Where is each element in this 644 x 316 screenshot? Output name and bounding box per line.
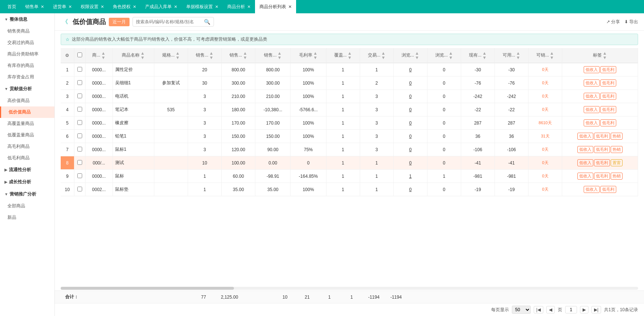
row-browse1[interactable]: 0 (393, 156, 427, 170)
search-input[interactable] (136, 19, 202, 24)
share-btn[interactable]: ↗ 分享 (606, 19, 620, 25)
nav-item-inventory[interactable]: 产成品入库单 ✕ (141, 0, 182, 13)
row-browse1[interactable]: 0 (393, 63, 427, 77)
row-sales-qty: 20 (188, 63, 221, 77)
row-browse1[interactable]: 0 (393, 103, 427, 116)
sidebar-item-low-value[interactable]: 低价值商品 (0, 106, 54, 118)
prev-page-btn[interactable]: ◀ (546, 306, 555, 313)
sidebar-item-new-goods[interactable]: 新品 (0, 212, 54, 223)
nav-close-analysis-list[interactable]: ✕ (288, 4, 292, 9)
sidebar-item-low-coverage[interactable]: 低覆盖量商品 (0, 129, 54, 141)
nav-item-analysis[interactable]: 商品分析 ✕ (223, 0, 255, 13)
nav-close-analysis[interactable]: ✕ (247, 4, 251, 9)
col-sales-unit[interactable]: 销售...▲▼ (255, 48, 291, 63)
nav-close-template[interactable]: ✕ (215, 4, 218, 9)
col-available[interactable]: 可用...▲▼ (494, 48, 528, 63)
nav-item-template[interactable]: 单据模板设置 ✕ (182, 0, 223, 13)
nav-item-purchase[interactable]: 进货单 ✕ (48, 0, 76, 13)
search-icon[interactable]: 🔍 (204, 19, 210, 25)
row-checkbox[interactable] (77, 160, 82, 165)
row-browse1[interactable]: 0 (393, 143, 427, 156)
row-checkbox-cell (74, 170, 85, 183)
row-browse1[interactable]: 0 (393, 183, 427, 196)
table-row: 40000...笔记本5353180.00-10,380...-5766.6..… (61, 103, 638, 116)
row-checkbox[interactable] (77, 133, 82, 138)
nav-item-analysis-list[interactable]: 商品分析列表 ✕ (255, 0, 296, 13)
sidebar-item-stock-goods[interactable]: 有库存的商品 (0, 60, 54, 71)
data-table: ⚙ 商...▲▼ 商品名称▲▼ 规格...▲▼ 销售...▲▼ 销售...▲▼ … (61, 48, 638, 196)
sidebar-item-stock-capital[interactable]: 库存资金占用 (0, 71, 54, 83)
row-checkbox[interactable] (77, 67, 82, 72)
sidebar-group-marketing[interactable]: ▼ 营销推广分析 (0, 188, 54, 200)
nav-close-sales[interactable]: ✕ (41, 4, 44, 9)
col-gross-rate[interactable]: 毛利率▲▼ (291, 48, 326, 63)
row-checkbox[interactable] (77, 147, 82, 152)
row-gross-rate: 100% (291, 90, 326, 103)
row-cover: 1 (326, 77, 360, 90)
scrollbar-thumb[interactable] (61, 287, 234, 290)
nav-item-sales[interactable]: 销售单 ✕ (21, 0, 48, 13)
nav-close-inventory[interactable]: ✕ (174, 4, 177, 9)
sidebar-item-all-goods[interactable]: 全部商品 (0, 200, 54, 212)
sidebar-item-traded-goods[interactable]: 交易过的商品 (0, 37, 54, 48)
nav-close-permissions[interactable]: ✕ (101, 4, 104, 9)
sidebar-group-overall[interactable]: ▼ 整体信息 (0, 13, 54, 26)
sidebar-group-liquidity[interactable]: ▶ 流通性分析 (0, 164, 54, 176)
select-all-checkbox[interactable] (77, 52, 82, 57)
sidebar-item-high-coverage[interactable]: 高覆盖量商品 (0, 118, 54, 129)
sidebar-item-category-rate[interactable]: 商品分类助销率 (0, 48, 54, 60)
next-page-btn[interactable]: ▶ (580, 306, 588, 313)
sidebar-group-growth[interactable]: ▶ 成长性分析 (0, 176, 54, 188)
nav-close-purchase[interactable]: ✕ (68, 4, 72, 9)
col-current[interactable]: 现有...▲▼ (461, 48, 494, 63)
row-spec (154, 183, 188, 196)
sidebar-item-low-margin[interactable]: 低毛利商品 (0, 152, 54, 164)
col-code[interactable]: 商...▲▼ (85, 48, 113, 63)
nav-item-home[interactable]: 首页 (3, 0, 21, 13)
row-num: 10 (61, 183, 74, 196)
col-tags[interactable]: 标签▲▼ (562, 48, 638, 63)
export-btn[interactable]: ⬇ 导出 (624, 19, 638, 25)
col-cover[interactable]: 覆盖...▲▼ (326, 48, 360, 63)
row-checkbox[interactable] (77, 187, 82, 191)
row-browse1[interactable]: 1 (393, 170, 427, 183)
row-checkbox[interactable] (77, 173, 82, 178)
col-browse1[interactable]: 浏览...▲▼ (393, 48, 427, 63)
row-checkbox[interactable] (77, 94, 82, 98)
col-name[interactable]: 商品名称▲▼ (113, 48, 154, 63)
info-icon: ☆ (66, 37, 70, 42)
export-icon: ⬇ (624, 19, 628, 24)
nav-close-roles[interactable]: ✕ (133, 4, 136, 9)
sidebar-group-contribution[interactable]: ▼ 贡献值分析 (0, 83, 54, 95)
col-sales-qty[interactable]: 销售...▲▼ (188, 48, 221, 63)
row-cover: 1 (326, 103, 360, 116)
first-page-btn[interactable]: |◀ (534, 306, 543, 313)
col-settings[interactable]: ⚙ (61, 48, 74, 63)
nav-item-permissions[interactable]: 权限设置 ✕ (76, 0, 108, 13)
row-checkbox[interactable] (77, 80, 82, 85)
col-browse2[interactable]: 浏览...▲▼ (427, 48, 461, 63)
last-page-btn[interactable]: ▶| (591, 306, 601, 313)
row-browse1[interactable]: 0 (393, 77, 427, 90)
filter-month-btn[interactable]: 近一月 (109, 18, 130, 26)
row-browse1[interactable]: 0 (393, 90, 427, 103)
sidebar-item-sales-goods[interactable]: 销售类商品 (0, 26, 54, 37)
col-saleable[interactable]: 可销...▲▼ (528, 48, 562, 63)
nav-item-roles[interactable]: 角色授权 ✕ (108, 0, 141, 13)
sidebar-collapse-btn[interactable]: 《 (61, 18, 70, 26)
horizontal-scrollbar[interactable] (61, 287, 638, 290)
sidebar-item-high-value[interactable]: 高价值商品 (0, 95, 54, 106)
sidebar-item-high-margin[interactable]: 高毛利商品 (0, 141, 54, 152)
row-checkbox[interactable] (77, 120, 82, 125)
col-spec[interactable]: 规格...▲▼ (154, 48, 188, 63)
row-browse1[interactable]: 0 (393, 116, 427, 130)
col-trade[interactable]: 交易...▲▼ (360, 48, 393, 63)
page-size-select[interactable]: 50 100 200 (512, 306, 531, 314)
page-number-input[interactable] (565, 306, 577, 313)
total-browse1: 1 (318, 295, 341, 300)
row-gross-rate: 100% (291, 130, 326, 143)
row-checkbox[interactable] (77, 107, 82, 112)
row-sales-qty: 3 (188, 143, 221, 156)
col-sales-amount[interactable]: 销售...▲▼ (222, 48, 255, 63)
row-browse1[interactable]: 0 (393, 130, 427, 143)
